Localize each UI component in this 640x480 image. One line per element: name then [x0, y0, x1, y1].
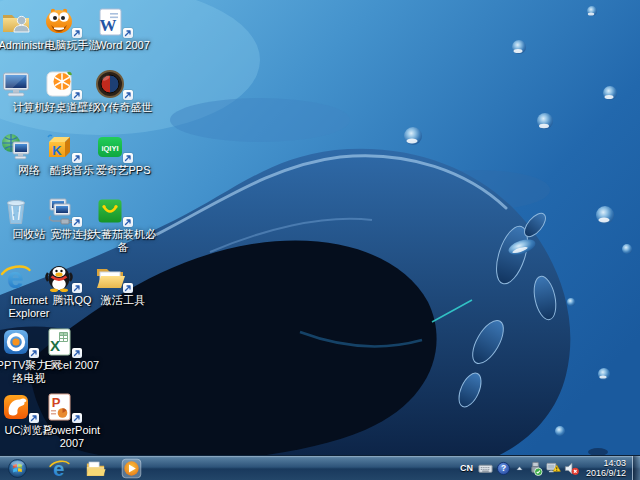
shortcut-arrow-overlay	[72, 283, 82, 293]
wallpaper-app-icon	[43, 68, 101, 100]
svg-text:X: X	[50, 337, 60, 354]
desktop-icon-activation-tools[interactable]: 激活工具	[94, 261, 152, 307]
shortcut-arrow-overlay	[72, 90, 82, 100]
taskbar-windows-explorer-button[interactable]	[77, 456, 113, 480]
qq-penguin-icon	[43, 261, 101, 293]
show-desktop-button[interactable]	[632, 456, 640, 480]
start-button[interactable]	[5, 456, 30, 480]
svg-text:P: P	[52, 395, 61, 410]
icon-label: 激活工具	[90, 294, 156, 307]
game-emblem-icon	[94, 68, 152, 100]
shortcut-arrow-overlay	[123, 28, 133, 38]
powerpoint-icon: P	[43, 391, 101, 423]
icon-label: PowerPoint 2007	[39, 424, 105, 450]
shortcut-arrow-overlay	[72, 348, 82, 358]
taskbar: e CN ?	[0, 455, 640, 480]
shortcut-arrow-overlay	[29, 413, 39, 423]
desktop-icon-powerpoint-2007[interactable]: P PowerPoint 2007	[43, 391, 101, 450]
icon-label: Word 2007	[90, 39, 156, 52]
system-tray: CN ? 14:03 2016/9/12	[458, 456, 640, 480]
pinned-taskbar-buttons: e	[41, 456, 149, 480]
shortcut-arrow-overlay	[123, 283, 133, 293]
volume-muted-icon[interactable]	[564, 461, 579, 476]
icon-label: 爱奇艺PPS	[90, 164, 156, 177]
clock[interactable]: 14:03 2016/9/12	[586, 458, 626, 479]
svg-text:K: K	[52, 143, 62, 158]
clock-time: 14:03	[586, 458, 626, 469]
svg-text:W: W	[100, 16, 117, 35]
kuwo-music-icon: K	[43, 131, 101, 163]
shortcut-arrow-overlay	[123, 90, 133, 100]
desktop: Administra... 电脑玩手游 W Word 2007 计算机	[0, 0, 640, 480]
svg-text:?: ?	[501, 463, 506, 473]
windows-media-player-icon	[120, 457, 143, 480]
show-hidden-icons-button[interactable]	[514, 461, 525, 476]
desktop-icon-word-2007[interactable]: W Word 2007	[94, 6, 152, 52]
shortcut-arrow-overlay	[29, 348, 39, 358]
desktop-icon-datomato-essentials[interactable]: 大蕃茄装机必备	[94, 195, 152, 254]
folder-icon	[94, 261, 152, 293]
green-bag-icon	[94, 195, 152, 227]
excel-icon: X	[43, 326, 101, 358]
network-warning-icon[interactable]	[546, 461, 561, 476]
shortcut-arrow-overlay	[72, 153, 82, 163]
language-indicator[interactable]: CN	[458, 463, 475, 473]
shortcut-arrow-overlay	[72, 28, 82, 38]
internet-explorer-icon: e	[48, 457, 71, 480]
desktop-icon-xy-legend-game[interactable]: XY传奇盛世	[94, 68, 152, 114]
help-icon[interactable]: ?	[496, 461, 511, 476]
taskbar-internet-explorer-button[interactable]: e	[41, 456, 77, 480]
shortcut-arrow-overlay	[72, 217, 82, 227]
desktop-icon-iqiyi-pps[interactable]: iQIYI 爱奇艺PPS	[94, 131, 152, 177]
word-icon: W	[94, 6, 152, 38]
orange-monster-icon	[43, 6, 101, 38]
desktop-icon-excel-2007[interactable]: X Excel 2007	[43, 326, 101, 372]
keyboard-icon[interactable]	[478, 461, 493, 476]
windows-orb-icon	[6, 457, 29, 480]
iqiyi-icon: iQIYI	[94, 131, 152, 163]
safely-remove-hardware-icon[interactable]	[528, 461, 543, 476]
clock-date: 2016/9/12	[586, 468, 626, 479]
shortcut-arrow-overlay	[72, 413, 82, 423]
svg-text:iQIYI: iQIYI	[101, 144, 118, 153]
shortcut-arrow-overlay	[123, 153, 133, 163]
windows-explorer-icon	[84, 457, 107, 480]
icon-label: 大蕃茄装机必备	[90, 228, 156, 254]
taskbar-media-player-button[interactable]	[113, 456, 149, 480]
desktop-icon-grid: Administra... 电脑玩手游 W Word 2007 计算机	[0, 0, 640, 455]
shortcut-arrow-overlay	[123, 217, 133, 227]
icon-label: XY传奇盛世	[90, 101, 156, 114]
broadband-icon	[43, 195, 101, 227]
icon-label: Excel 2007	[39, 359, 105, 372]
